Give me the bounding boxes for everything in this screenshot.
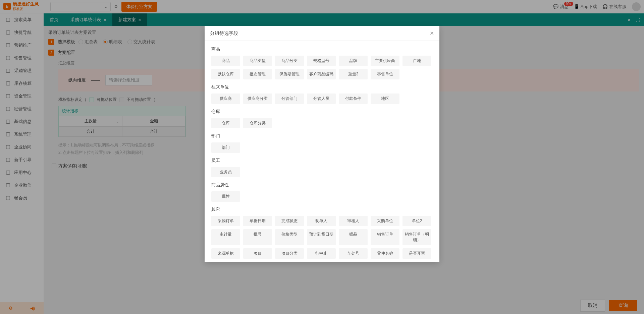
field-chip[interactable]: 规格型号 <box>307 56 336 66</box>
modal-title: 分组待选字段 <box>210 30 238 37</box>
field-chip[interactable]: 业务员 <box>211 167 240 177</box>
field-chip[interactable]: 行中止 <box>307 248 336 259</box>
field-group-title: 商品 <box>211 46 433 52</box>
field-chip[interactable]: 仓库 <box>211 118 240 128</box>
field-chip[interactable]: 完成状态 <box>275 216 304 226</box>
field-selector-modal: 分组待选字段 ✕ 商品商品商品类型商品分类规格型号品牌主要供应商产地默认仓库批次… <box>205 26 439 262</box>
modal-close-icon[interactable]: ✕ <box>430 30 434 37</box>
field-chip[interactable]: 仓库分类 <box>243 118 272 128</box>
field-chip[interactable]: 销售订单（明细） <box>402 229 431 245</box>
field-chip[interactable]: 属性 <box>211 191 240 202</box>
field-chip[interactable]: 采购订单 <box>211 216 240 226</box>
field-chip[interactable]: 项目分类 <box>275 248 304 259</box>
field-group-chips: 属性 <box>211 191 433 202</box>
field-chip[interactable]: 商品分类 <box>275 56 304 66</box>
field-chip[interactable]: 单位2 <box>402 216 431 226</box>
field-chip[interactable]: 制单人 <box>307 216 336 226</box>
field-chip[interactable]: 零件名称 <box>371 248 399 259</box>
modal-header: 分组待选字段 ✕ <box>205 26 439 41</box>
field-group-chips: 业务员 <box>211 167 433 177</box>
field-chip[interactable]: 主计量 <box>211 229 240 245</box>
field-chip[interactable]: 主要供应商 <box>371 56 399 66</box>
field-chip[interactable]: 保质期管理 <box>275 69 304 79</box>
field-chip[interactable]: 供应商 <box>211 93 240 104</box>
field-chip[interactable]: 产地 <box>402 56 431 66</box>
field-chip[interactable]: 分管人员 <box>307 93 336 104</box>
field-chip[interactable]: 采购单位 <box>371 216 399 226</box>
field-chip[interactable]: 商品 <box>211 56 240 66</box>
field-chip[interactable]: 单据日期 <box>243 216 272 226</box>
field-group-title: 往来单位 <box>211 84 433 90</box>
field-group-title: 仓库 <box>211 109 433 115</box>
field-chip[interactable]: 销售订单 <box>371 229 399 245</box>
field-chip[interactable]: 商品类型 <box>243 56 272 66</box>
field-chip[interactable]: 客户商品编码 <box>307 69 336 79</box>
field-chip[interactable]: 批号 <box>243 229 272 245</box>
field-chip[interactable]: 来源单据 <box>211 248 240 259</box>
modal-body[interactable]: 商品商品商品类型商品分类规格型号品牌主要供应商产地默认仓库批次管理保质期管理客户… <box>205 41 439 262</box>
field-group-chips: 采购订单单据日期完成状态制单人审核人采购单位单位2主计量批号价格类型预计到货日期… <box>211 216 433 259</box>
field-chip[interactable]: 部门 <box>211 142 240 153</box>
field-chip[interactable]: 项目 <box>243 248 272 259</box>
field-chip[interactable]: 重量3 <box>339 69 368 79</box>
field-group-chips: 供应商供应商分类分管部门分管人员付款条件地区 <box>211 93 433 104</box>
field-group-title: 部门 <box>211 133 433 139</box>
field-group-title: 员工 <box>211 158 433 164</box>
field-chip[interactable]: 付款条件 <box>339 93 368 104</box>
field-group-title: 其它 <box>211 206 433 212</box>
field-group-chips: 商品商品类型商品分类规格型号品牌主要供应商产地默认仓库批次管理保质期管理客户商品… <box>211 56 433 79</box>
field-group-chips: 部门 <box>211 142 433 153</box>
field-chip[interactable]: 地区 <box>371 93 399 104</box>
field-group-chips: 仓库仓库分类 <box>211 118 433 128</box>
field-chip[interactable]: 零售单位 <box>371 69 399 79</box>
field-chip[interactable]: 品牌 <box>339 56 368 66</box>
field-chip[interactable]: 审核人 <box>339 216 368 226</box>
field-chip[interactable]: 默认仓库 <box>211 69 240 79</box>
field-chip[interactable]: 预计到货日期 <box>307 229 336 245</box>
field-chip[interactable]: 是否开票 <box>402 248 431 259</box>
field-chip[interactable]: 分管部门 <box>275 93 304 104</box>
field-chip[interactable]: 价格类型 <box>275 229 304 245</box>
field-chip[interactable]: 车架号 <box>339 248 368 259</box>
field-group-title: 商品属性 <box>211 182 433 188</box>
field-chip[interactable]: 赠品 <box>339 229 368 245</box>
field-chip[interactable]: 供应商分类 <box>243 93 272 104</box>
field-chip[interactable]: 批次管理 <box>243 69 272 79</box>
